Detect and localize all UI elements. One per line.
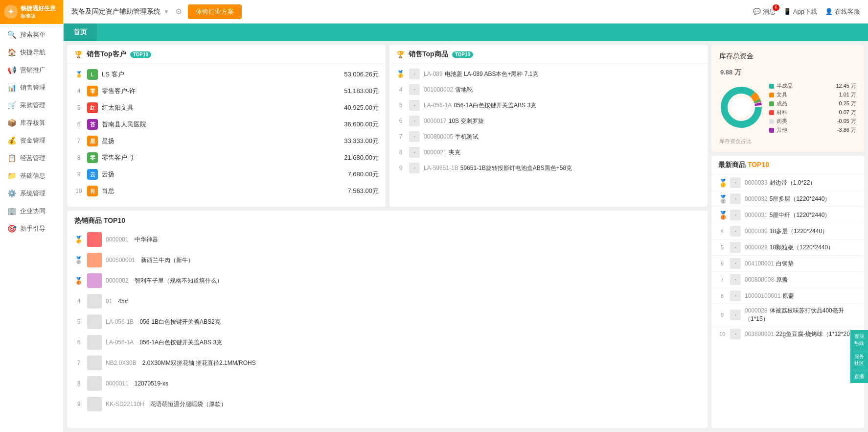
message-button[interactable]: 💬 消息 6 <box>753 7 776 16</box>
hot-products-title: 热销商品 TOP10 <box>74 216 125 224</box>
prod-rank-item: 5 ▪ LA-056-1A056-1A白色按键开关盖ABS 3克 <box>389 97 708 113</box>
sidebar-item-operations[interactable]: 📋 经营管理 <box>0 149 63 167</box>
customer-service-button[interactable]: 客服热线 <box>850 330 868 350</box>
rank-number: 9 <box>718 312 726 318</box>
rank-number: 4 <box>396 86 405 93</box>
rank-number: 7 <box>74 360 83 366</box>
hot-product-item: 7 NB2.0X30B 2.0X30MM双搓花轴,搓花直径2.1MM/ROHS <box>68 353 708 373</box>
app-name: 畅捷通好生意 <box>21 5 56 13</box>
inventory-title: 库存总资金 <box>719 52 856 61</box>
product-thumbnail <box>87 314 102 329</box>
legend-item: 其他 -3.86 万 <box>769 126 856 134</box>
newest-products-header: 最新商品 TOP10 <box>711 156 864 174</box>
sidebar-item-inventory[interactable]: 📦 库存核算 <box>0 114 63 132</box>
tab-home[interactable]: 首页 <box>64 24 97 41</box>
product-thumbnail <box>87 253 102 267</box>
sidebar-item-guide[interactable]: 🎯 新手引导 <box>0 220 63 238</box>
rank-number: 5 <box>74 318 83 325</box>
message-icon: 💬 <box>753 8 761 15</box>
gear-icon[interactable]: ⚙ <box>175 7 182 16</box>
sidebar-item-quick-nav[interactable]: 🏠 快捷导航 <box>0 44 63 61</box>
product-image: ▪ <box>409 69 420 79</box>
product-name: 新西兰牛肉（新牛） <box>141 256 194 264</box>
sidebar-item-basic[interactable]: 📁 基础信息 <box>0 167 63 185</box>
rank-item: 10 肖 肖总 7,563.00元 <box>68 183 386 199</box>
sidebar-item-system[interactable]: ⚙️ 系统管理 <box>0 185 63 202</box>
rank-number: 🥉 <box>718 211 726 220</box>
product-info: 0000021夹克 <box>424 148 460 157</box>
hot-product-item: 🥈 000500001 新西兰牛肉（新牛） <box>68 250 708 270</box>
product-code: NB2.0X30B <box>106 360 137 366</box>
app-logo: ✦ 畅捷通好生意 标准版 <box>0 0 63 24</box>
product-thumbnail <box>87 356 102 370</box>
sidebar-item-sales[interactable]: 📊 销售管理 <box>0 79 63 96</box>
basic-icon: 📁 <box>7 171 16 180</box>
app-download-label: App下载 <box>793 7 817 16</box>
product-image: ▪ <box>730 274 741 285</box>
rank-number: 🥇 <box>74 71 83 78</box>
product-info: LA-59651-1B59651-1B旋转投影灯电池盒ABS黑色+58克 <box>424 164 572 172</box>
rank-number: 4 <box>74 88 83 95</box>
trial-button[interactable]: 体验行业方案 <box>188 4 242 19</box>
legend-value: 12.45 万 <box>836 82 856 90</box>
customer-rank-list: 🥇 L LS 客户 53,006.26元 4 零 零售客户-许 51,183.0… <box>68 64 386 201</box>
product-code: LA-056-1A <box>106 339 134 346</box>
product-image: ▪ <box>409 116 420 126</box>
product-info: 004100001白钢垫 <box>745 260 794 268</box>
dropdown-arrow-icon[interactable]: ▼ <box>163 8 169 15</box>
rank-customer-name: 云扬 <box>102 170 343 179</box>
sidebar-item-enterprise[interactable]: 🏢 企业协同 <box>0 202 63 220</box>
sidebar-item-finance[interactable]: 💰 资金管理 <box>0 132 63 149</box>
rank-number: 🥉 <box>74 277 83 285</box>
legend-item: 文具 1.01 万 <box>769 91 856 98</box>
inventory-amount-value: 9.88 <box>720 69 732 76</box>
newest-item: 7 ▪ 000800008原盖 <box>711 271 864 288</box>
online-service-button[interactable]: 👤 在线客服 <box>825 7 860 16</box>
live-button[interactable]: 直播 <box>850 370 868 383</box>
product-name: 花语萌恒温分腿睡袋（厚款） <box>150 400 227 408</box>
marketing-icon: 📢 <box>7 66 16 74</box>
community-button[interactable]: 服务社区 <box>850 350 868 370</box>
product-name: 智利车子里（规格不知道填什么） <box>135 277 223 285</box>
rank-avatar: 红 <box>87 102 98 113</box>
legend-name: 肉类 <box>777 118 835 125</box>
rank-number: 10 <box>74 188 83 194</box>
sidebar-item-search[interactable]: 🔍 搜索菜单 <box>0 26 63 44</box>
prod-rank-item: 8 ▪ 0000021夹克 <box>389 144 708 160</box>
product-name: 056-1B白色按键开关盖ABS2克 <box>139 318 220 326</box>
legend-name: 材料 <box>777 109 837 116</box>
product-sales-rank-title: 销售Top商品 <box>409 50 448 59</box>
product-info: 00000325厘多层（1220*2440） <box>745 195 830 203</box>
hot-product-item: 5 LA-056-1B 056-1B白色按键开关盖ABS2克 <box>68 312 708 332</box>
hot-product-item: 4 01 45# <box>68 291 708 312</box>
sidebar-item-label: 经营管理 <box>20 154 46 163</box>
legend-item: 材料 0.07 万 <box>769 109 856 116</box>
tab-bar: 首页 <box>64 24 868 41</box>
prod-rank-item: 9 ▪ LA-59651-1B59651-1B旋转投影灯电池盒ABS黑色+58克 <box>389 160 708 176</box>
system-name-display: 装备及固定资产辅助管理系统 ▼ <box>71 7 169 16</box>
left-area: 🏆 销售Top客户 TOP10 🥇 L LS 客户 53,006.26元 4 <box>64 41 711 432</box>
product-info: LA-089电池盖 LA-089 ABS本色+黑种 7.1克 <box>424 70 538 78</box>
logo-icon: ✦ <box>4 5 18 19</box>
rank-avatar: 零 <box>87 86 98 96</box>
rank-number: 6 <box>718 261 726 266</box>
rank-number: 10 <box>718 331 726 337</box>
sidebar-item-label: 采购管理 <box>20 101 46 110</box>
app-download-button[interactable]: 📱 App下载 <box>783 7 817 16</box>
newest-item: 5 ▪ 000002918颗粒板（1220*2440） <box>711 239 864 255</box>
legend-dot <box>769 84 774 89</box>
product-info: 10000100001原盖 <box>745 292 794 300</box>
sidebar-item-marketing[interactable]: 📢 营销推广 <box>0 61 63 79</box>
sidebar-item-label: 销售管理 <box>20 83 46 92</box>
product-thumbnail <box>87 273 102 288</box>
app-edition: 标准版 <box>21 13 56 19</box>
product-code: 000500001 <box>106 257 135 264</box>
product-thumbnail <box>87 397 102 411</box>
trophy-icon: 🏆 <box>74 50 83 58</box>
sales-icon: 📊 <box>7 83 16 92</box>
product-sales-rank-header: 🏆 销售Top商品 TOP10 <box>389 45 708 64</box>
product-image: ▪ <box>409 84 420 95</box>
hot-product-item: 6 LA-056-1A 056-1A白色按键开关盖ABS 3克 <box>68 332 708 353</box>
sidebar-item-purchase[interactable]: 🛒 采购管理 <box>0 96 63 114</box>
hot-product-item: 8 0000011 12070519-xs <box>68 373 708 394</box>
